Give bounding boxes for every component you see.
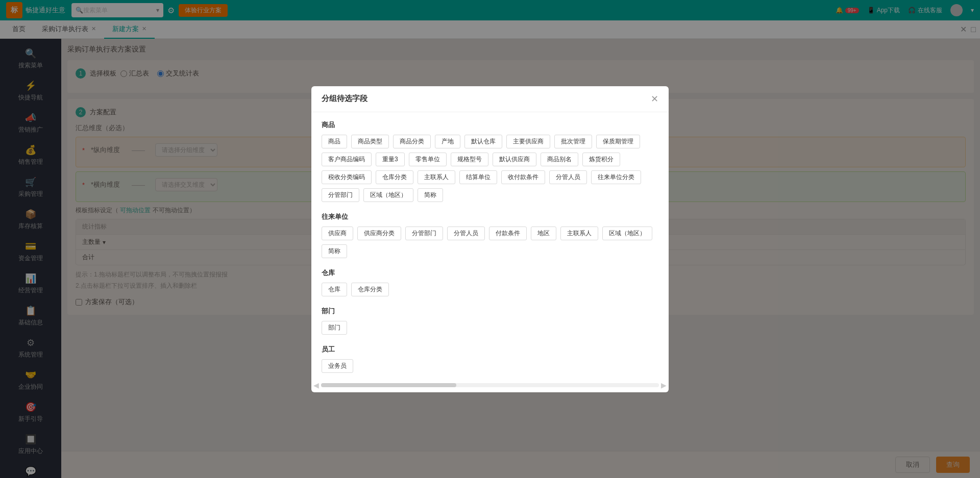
field-main-supplier[interactable]: 主要供应商 bbox=[506, 135, 550, 148]
field-main-contact[interactable]: 主联系人 bbox=[418, 170, 455, 184]
section-partner: 往来单位 供应商 供应商分类 分管部门 分管人员 付款条件 地区 主联系人 区域… bbox=[322, 212, 658, 258]
field-area-partner[interactable]: 区域（地区） bbox=[602, 227, 652, 240]
field-manager2[interactable]: 分管人员 bbox=[447, 227, 485, 240]
field-salesperson[interactable]: 业务员 bbox=[322, 359, 353, 373]
section-warehouse-title: 仓库 bbox=[322, 268, 658, 278]
modal-title: 分组待选字段 bbox=[322, 94, 368, 104]
field-payment-condition[interactable]: 付款条件 bbox=[489, 227, 527, 240]
field-goods-alias[interactable]: 商品别名 bbox=[541, 153, 578, 166]
section-employee-title: 员工 bbox=[322, 345, 658, 354]
field-unit-category[interactable]: 往来单位分类 bbox=[591, 170, 641, 184]
field-manager[interactable]: 分管人员 bbox=[549, 170, 587, 184]
section-dept: 部门 部门 bbox=[322, 307, 658, 335]
hscroll-left-arrow[interactable]: ◀ bbox=[313, 381, 319, 389]
section-employee-fields: 业务员 bbox=[322, 359, 658, 373]
field-retail-unit[interactable]: 零售单位 bbox=[409, 153, 447, 166]
hscroll-right-arrow[interactable]: ▶ bbox=[661, 381, 667, 389]
section-goods-fields: 商品 商品类型 商品分类 产地 默认仓库 主要供应商 批次管理 保质期管理 客户… bbox=[322, 135, 658, 202]
modal-overlay: 分组待选字段 ✕ 商品 商品 商品类型 商品分类 产地 默认仓库 主要供应商 批… bbox=[0, 0, 980, 478]
field-points[interactable]: 炼货积分 bbox=[582, 153, 620, 166]
field-warehouse[interactable]: 仓库 bbox=[322, 283, 347, 296]
field-short-name2[interactable]: 简称 bbox=[322, 244, 347, 258]
section-warehouse-fields: 仓库 仓库分类 bbox=[322, 283, 658, 296]
modal-body: 商品 商品 商品类型 商品分类 产地 默认仓库 主要供应商 批次管理 保质期管理… bbox=[311, 112, 669, 381]
field-supplier[interactable]: 供应商 bbox=[322, 227, 353, 240]
field-payment-terms[interactable]: 收付款条件 bbox=[501, 170, 545, 184]
section-partner-title: 往来单位 bbox=[322, 212, 658, 221]
field-goods-category[interactable]: 商品分类 bbox=[393, 135, 431, 148]
field-main-contact2[interactable]: 主联系人 bbox=[560, 227, 598, 240]
modal-hscroll-area: ◀ ▶ bbox=[311, 381, 669, 392]
section-dept-title: 部门 bbox=[322, 307, 658, 316]
field-supplier-category[interactable]: 供应商分类 bbox=[357, 227, 401, 240]
section-employee: 员工 业务员 bbox=[322, 345, 658, 373]
field-warehouse-cat[interactable]: 仓库分类 bbox=[351, 283, 389, 296]
field-selection-modal: 分组待选字段 ✕ 商品 商品 商品类型 商品分类 产地 默认仓库 主要供应商 批… bbox=[311, 86, 669, 392]
field-tax-code[interactable]: 税收分类编码 bbox=[322, 170, 372, 184]
field-warehouse-category[interactable]: 仓库分类 bbox=[376, 170, 413, 184]
field-default-warehouse[interactable]: 默认仓库 bbox=[464, 135, 502, 148]
section-warehouse: 仓库 仓库 仓库分类 bbox=[322, 268, 658, 296]
field-default-supplier[interactable]: 默认供应商 bbox=[493, 153, 536, 166]
modal-header: 分组待选字段 ✕ bbox=[311, 86, 669, 112]
section-goods-title: 商品 bbox=[322, 120, 658, 130]
field-customer-goods-code[interactable]: 客户商品编码 bbox=[322, 153, 372, 166]
field-region-partner[interactable]: 地区 bbox=[531, 227, 556, 240]
field-goods[interactable]: 商品 bbox=[322, 135, 347, 148]
field-weight3[interactable]: 重量3 bbox=[376, 153, 405, 166]
field-short-name[interactable]: 简称 bbox=[418, 188, 443, 202]
hscroll-track[interactable] bbox=[321, 383, 659, 387]
section-partner-fields: 供应商 供应商分类 分管部门 分管人员 付款条件 地区 主联系人 区域（地区） … bbox=[322, 227, 658, 258]
field-goods-type[interactable]: 商品类型 bbox=[351, 135, 389, 148]
field-origin[interactable]: 产地 bbox=[435, 135, 460, 148]
field-dept[interactable]: 部门 bbox=[322, 321, 347, 335]
field-region-goods[interactable]: 区域（地区） bbox=[363, 188, 413, 202]
section-dept-fields: 部门 bbox=[322, 321, 658, 335]
field-dept-manage2[interactable]: 分管部门 bbox=[405, 227, 443, 240]
modal-close-icon[interactable]: ✕ bbox=[651, 93, 658, 105]
hscroll-thumb bbox=[321, 383, 456, 387]
field-settlement-unit[interactable]: 结算单位 bbox=[459, 170, 497, 184]
section-goods: 商品 商品 商品类型 商品分类 产地 默认仓库 主要供应商 批次管理 保质期管理… bbox=[322, 120, 658, 202]
field-batch-manage[interactable]: 批次管理 bbox=[554, 135, 592, 148]
field-dept-manage[interactable]: 分管部门 bbox=[322, 188, 359, 202]
field-spec-model[interactable]: 规格型号 bbox=[451, 153, 488, 166]
field-shelf-life[interactable]: 保质期管理 bbox=[596, 135, 640, 148]
